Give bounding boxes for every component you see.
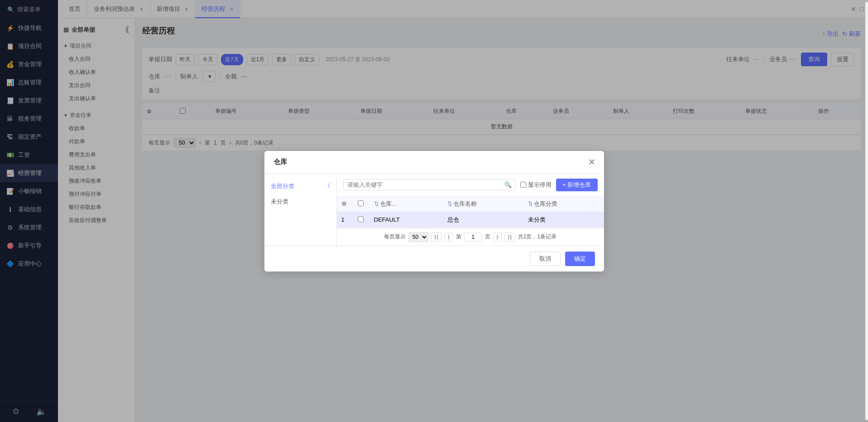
add-warehouse-button[interactable]: + 新增仓库 [556,179,597,191]
dialog-pager: 每页显示 50 ⟨⟨ ⟨ 第 页 ⟩ ⟩⟩ 共1页，1条记录 [337,228,604,246]
collapse-icon[interactable]: 《 [325,182,330,190]
show-disabled-text: 显示停用 [528,181,551,189]
dialog-uncategorized[interactable]: 未分类 [264,194,336,209]
show-disabled-label[interactable]: 显示停用 [520,181,551,189]
confirm-button[interactable]: 确定 [565,252,595,266]
show-disabled-checkbox[interactable] [520,182,526,188]
row-category: 未分类 [523,212,604,228]
dialog-table-area: ⚙ ⇅仓库... ⇅仓库名称 ⇅仓库分类 1 DEFAULT [337,196,604,228]
dialog-table: ⚙ ⇅仓库... ⇅仓库名称 ⇅仓库分类 1 DEFAULT [337,196,604,228]
dialog-per-page-select[interactable]: 50 [408,232,428,242]
dialog-per-page-label: 每页显示 [384,233,406,241]
dialog-table-row[interactable]: 1 DEFAULT 总仓 未分类 [337,212,604,228]
dialog-page-label: 第 [456,233,461,241]
sort-icon[interactable]: ⇅ [528,200,533,207]
row-name: 总仓 [443,212,523,228]
dialog-toolbar: 🔍 显示停用 + 新增仓库 [337,174,604,196]
dialog-last-page-btn[interactable]: ⟩⟩ [504,233,515,242]
dialog-body: 全部分类 《 未分类 🔍 [264,174,604,246]
row-check[interactable] [358,216,364,222]
dialog-prev-page-btn[interactable]: ⟨ [445,233,453,242]
dth-category: ⇅仓库分类 [523,196,604,212]
dth-name: ⇅仓库名称 [443,196,523,212]
dialog-actions: 取消 确定 [264,246,604,272]
row-checkbox[interactable] [353,212,369,228]
dialog-title: 仓库 [273,158,287,166]
dialog-search[interactable]: 🔍 [343,179,516,190]
cancel-button[interactable]: 取消 [530,252,561,266]
dialog-first-page-btn[interactable]: ⟨⟨ [431,233,442,242]
dialog-sidebar: 全部分类 《 未分类 [264,174,337,246]
dialog-next-page-btn[interactable]: ⟩ [493,233,502,242]
dth-checkbox[interactable] [353,196,369,212]
warehouse-dialog: 仓库 ✕ 全部分类 《 未分类 [264,151,604,272]
dialog-select-all[interactable] [358,200,364,206]
row-code: DEFAULT [369,212,443,228]
dialog-all-category[interactable]: 全部分类 《 [264,179,336,194]
uncategorized-label: 未分类 [271,198,288,205]
row-num: 1 [337,212,353,228]
dialog-page-input[interactable] [464,233,482,242]
dialog-close-button[interactable]: ✕ [588,157,595,167]
modal-overlay[interactable]: 仓库 ✕ 全部分类 《 未分类 [0,0,868,422]
dialog-table-header: ⚙ ⇅仓库... ⇅仓库名称 ⇅仓库分类 [337,196,604,212]
dialog-page-suffix: 页 [485,233,490,241]
dialog-total-label: 共1页，1条记录 [518,233,556,241]
sort-icon[interactable]: ⇅ [374,200,379,207]
sort-icon[interactable]: ⇅ [447,200,452,207]
dialog-header: 仓库 ✕ [264,151,604,174]
search-icon: 🔍 [504,181,512,188]
dth-settings[interactable]: ⚙ [337,196,353,212]
dialog-main: 🔍 显示停用 + 新增仓库 ⚙ [337,174,604,246]
dialog-search-input[interactable] [347,181,505,188]
all-category-label: 全部分类 [271,182,294,190]
dth-code: ⇅仓库... [369,196,443,212]
